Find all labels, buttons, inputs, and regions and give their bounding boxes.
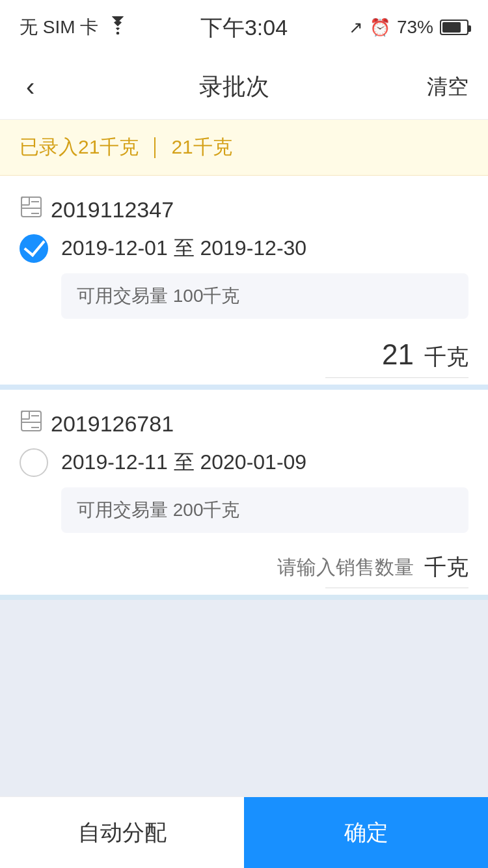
batch-2-id: 2019126781: [51, 411, 174, 437]
batch-1-date-row: 2019-12-01 至 2019-12-30: [20, 234, 468, 263]
batch-1-date: 2019-12-01 至 2019-12-30: [61, 234, 306, 263]
batch-1-id: 2019112347: [51, 197, 174, 223]
batch-1-header: 2019112347: [20, 195, 468, 224]
batch-1-unit: 千克: [424, 342, 468, 372]
info-banner-value: 21千克: [171, 134, 232, 161]
batch-1-quantity: 21: [382, 338, 414, 371]
batch-1-radio[interactable]: [20, 234, 48, 263]
batch-1-icon: [20, 195, 43, 224]
status-bar-left: 无 SIM 卡: [20, 15, 129, 40]
info-banner-label: 已录入21千克: [20, 134, 139, 161]
back-button[interactable]: ‹: [20, 66, 41, 108]
batch-2-radio[interactable]: [20, 448, 48, 477]
confirm-button[interactable]: 确定: [244, 797, 488, 868]
batch-2-date: 2019-12-11 至 2020-01-09: [61, 448, 306, 477]
batch-2-quantity-input[interactable]: [206, 556, 414, 578]
info-banner-divider: [154, 137, 156, 158]
batch-2-underline: [325, 588, 468, 588]
status-bar-time: 下午3:04: [200, 13, 288, 43]
svg-point-0: [116, 31, 120, 34]
status-bar-right: ↗ ⏰ 73%: [349, 17, 468, 38]
batch-2-card: 2019126781 2019-12-11 至 2020-01-09 可用交易量…: [0, 390, 488, 595]
batch-1-card: 2019112347 2019-12-01 至 2019-12-30 可用交易量…: [0, 176, 488, 385]
svg-rect-2: [21, 197, 29, 205]
auto-distribute-button[interactable]: 自动分配: [0, 797, 244, 868]
clear-button[interactable]: 清空: [427, 73, 468, 102]
carrier-label: 无 SIM 卡: [20, 15, 98, 40]
batch-1-avail: 可用交易量 100千克: [61, 273, 468, 319]
batch-2-icon: [20, 409, 43, 438]
section-divider-2: [0, 595, 488, 600]
location-icon: ↗: [349, 18, 363, 38]
batch-2-avail: 可用交易量 200千克: [61, 487, 468, 533]
wifi-icon: [106, 16, 129, 39]
bottom-bar: 自动分配 确定: [0, 796, 488, 868]
svg-rect-7: [21, 411, 29, 419]
batch-2-header: 2019126781: [20, 409, 468, 438]
battery-label: 73%: [397, 17, 433, 38]
batch-2-date-row: 2019-12-11 至 2020-01-09: [20, 448, 468, 477]
info-banner: 已录入21千克 21千克: [0, 120, 488, 176]
page-title: 录批次: [199, 71, 269, 103]
nav-bar: ‹ 录批次 清空: [0, 55, 488, 120]
status-bar: 无 SIM 卡 下午3:04 ↗ ⏰ 73%: [0, 0, 488, 55]
batch-1-underline: [325, 377, 468, 378]
batch-2-unit: 千克: [424, 552, 468, 582]
battery-icon: [440, 20, 468, 35]
section-divider-1: [0, 385, 488, 390]
alarm-icon: ⏰: [370, 18, 390, 38]
